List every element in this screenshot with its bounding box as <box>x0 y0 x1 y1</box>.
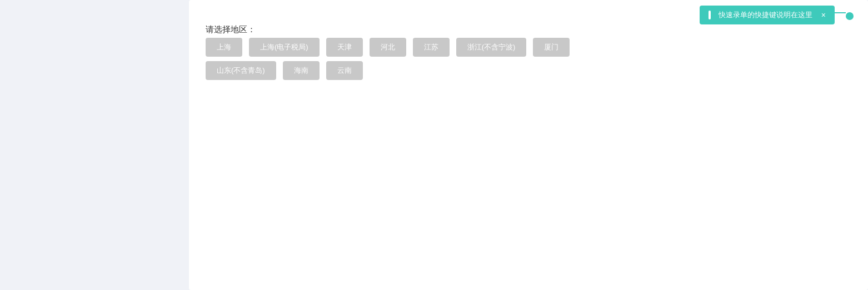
region-label: 请选择地区： <box>206 24 256 35</box>
btn-hebei[interactable]: 河北 <box>370 38 406 57</box>
main-content: 请选择地区： 上海 上海(电子税局) 天津 河北 江苏 浙江(不含宁波) 厦门 … <box>189 0 868 290</box>
connector-line <box>835 12 846 13</box>
btn-xiamen[interactable]: 厦门 <box>533 38 570 57</box>
btn-hainan[interactable]: 海南 <box>283 61 320 80</box>
tooltip-text: 快速录单的快捷键说明在这里 <box>719 10 812 20</box>
tooltip-bar <box>709 11 711 19</box>
btn-shanghai[interactable]: 上海 <box>206 38 242 57</box>
dot-indicator <box>846 12 854 20</box>
left-sidebar <box>0 0 189 290</box>
btn-yunnan[interactable]: 云南 <box>326 61 363 80</box>
btn-tianjin[interactable]: 天津 <box>326 38 363 57</box>
btn-shanghai-etax[interactable]: 上海(电子税局) <box>249 38 320 57</box>
tooltip-banner: 快速录单的快捷键说明在这里 × <box>700 6 835 24</box>
region-buttons-row2: 山东(不含青岛) 海南 云南 <box>206 61 363 80</box>
close-icon[interactable]: × <box>821 11 826 19</box>
region-buttons-row1: 上海 上海(电子税局) 天津 河北 江苏 浙江(不含宁波) 厦门 <box>206 38 570 57</box>
btn-shandong[interactable]: 山东(不含青岛) <box>206 61 276 80</box>
btn-zhejiang[interactable]: 浙江(不含宁波) <box>456 38 527 57</box>
btn-jiangsu[interactable]: 江苏 <box>413 38 450 57</box>
